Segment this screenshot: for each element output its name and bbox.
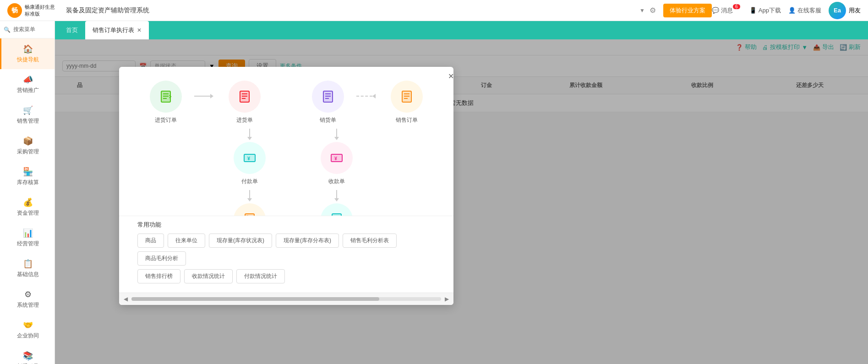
scroll-right-icon[interactable]: ▶ [445,296,449,302]
receipt-circle: ¥ [321,142,353,174]
search-icon: 🔍 [4,27,11,33]
flow-row-2: ¥ 付款单 [137,142,435,185]
flow-sales-order[interactable]: 销售订单 [378,81,435,124]
online-service-button[interactable]: 👤 在线客服 [788,6,821,15]
sidebar-item-sales[interactable]: 🛒 销售管理 [0,100,55,130]
logo-text: 畅康通好生意 标准版 [25,4,55,17]
purchase-receipt-label: 进货单 [236,116,253,124]
btn-payment-stats[interactable]: 付款情况统计 [236,269,285,283]
logo-area: 畅 畅康通好生意 标准版 [7,3,62,18]
btn-product[interactable]: 商品 [137,234,164,248]
btn-stock-status[interactable]: 现存量(库存状况表) [209,234,272,248]
flow-purchase-receipt[interactable]: 进货单 [216,81,273,124]
btn-receipt-stats[interactable]: 收款情况统计 [184,269,233,283]
vertical-arrows-row [137,129,435,140]
arrow-1 [194,94,216,111]
vertical-arrows-row-2 [137,190,435,201]
app-logo-icon: 畅 [7,3,22,18]
arrow-down-sales [307,129,366,140]
payment-circle: ¥ [234,142,266,174]
flow-payment[interactable]: ¥ 付款单 [220,142,279,185]
main-layout: 🔍 搜索菜单 🏠 快捷导航 📣 营销推广 🛒 销售管理 📦 采购管理 🏪 库存核… [0,21,868,364]
sidebar-item-inventory[interactable]: 🏪 库存核算 [0,161,55,192]
arrow-down-receipt [307,190,366,201]
sales-invoice-circle [312,81,344,113]
common-section: 常用功能 商品 往来单位 现存量(库存状况表) 现存量(库存分布表) 销售毛利分… [119,216,453,293]
user-avatar: Ea [829,2,846,19]
sales-order-label: 销售订单 [396,116,418,124]
btn-stock-dist[interactable]: 现存量(库存分布表) [276,234,339,248]
scroll-thumb [131,297,379,301]
sidebar-item-quick-nav[interactable]: 🏠 快捷导航 [0,38,55,69]
scroll-track[interactable] [131,297,441,301]
system-icon: ⚙ [24,289,32,299]
service-icon: 👤 [788,7,796,14]
enterprise-icon: 🤝 [23,320,33,330]
modal-box: 进货订单 [119,67,453,305]
content-area: 首页 销售订单执行表 ✕ ❓ 帮助 🖨 按模板打印 ▼ [55,21,868,364]
modal-close-button[interactable]: ✕ [445,71,456,81]
quick-nav-icon: 🏠 [23,44,33,54]
sidebar-item-system[interactable]: ⚙ 系统管理 [0,284,55,315]
page-content: ❓ 帮助 🖨 按模板打印 ▼ 📤 导出 🔄 刷新 [55,39,868,364]
flow-sales-invoice[interactable]: 销货单 [300,81,356,124]
arrow-down-purchase [220,129,279,140]
customer-ledger-circle [321,203,353,216]
purchase-order-label: 进货订单 [155,116,177,124]
app-download-button[interactable]: 📱 App下载 [749,6,781,15]
purchase-icon: 📦 [23,136,33,146]
btn-product-gross[interactable]: 商品毛利分析 [137,251,186,266]
system-settings-icon[interactable]: ⚙ [650,6,656,15]
experience-button[interactable]: 体验行业方案 [663,4,712,17]
common-buttons-row-1: 商品 往来单位 现存量(库存状况表) 现存量(库存分布表) 销售毛利分析表 商品… [137,234,435,266]
sales-order-circle [391,81,423,113]
sidebar-item-enterprise[interactable]: 🤝 企业协同 [0,315,55,345]
sidebar-item-purchase[interactable]: 📦 采购管理 [0,130,55,161]
common-title: 常用功能 [137,221,435,229]
btn-sales-gross[interactable]: 销售毛利分析表 [343,234,397,248]
marketing-icon: 📣 [23,75,33,85]
message-badge: 6 [733,4,740,9]
header-actions: 💬 消息 6 📱 App下载 👤 在线客服 Ea 用友 [712,2,861,19]
btn-counterparty[interactable]: 往来单位 [168,234,205,248]
user-avatar-area[interactable]: Ea 用友 [829,2,861,19]
tab-sales-order-exec[interactable]: 销售订单执行表 ✕ [85,21,149,39]
download-icon: 📱 [749,7,757,14]
finance-icon: 💰 [23,197,33,207]
payment-label: 付款单 [241,178,258,185]
modal-overlay: 进货订单 [55,39,868,364]
flow-receipt[interactable]: ¥ 收款单 [307,142,366,185]
sidebar-item-marketing[interactable]: 📣 营销推广 [0,69,55,100]
operations-icon: 📊 [23,228,33,238]
flow-row-3: 供应商账本 [137,203,435,216]
sidebar-item-operations[interactable]: 📊 经营管理 [0,223,55,253]
flow-supplier-ledger[interactable]: 供应商账本 [220,203,279,216]
purchase-order-circle [150,81,182,113]
tab-close-icon[interactable]: ✕ [137,27,142,33]
scroll-left-icon[interactable]: ◀ [124,296,128,302]
sales-invoice-label: 销货单 [320,116,336,124]
system-dropdown-icon[interactable]: ▼ [639,7,645,14]
common-buttons-row-2: 销售排行榜 收款情况统计 付款情况统计 [137,269,435,283]
sidebar-item-base-info[interactable]: 📋 基础信息 [0,253,55,284]
svg-text:¥: ¥ [247,156,251,161]
sidebar-item-beginner[interactable]: 📚 新手引导 [0,345,55,364]
message-button[interactable]: 💬 消息 6 [712,6,742,15]
sidebar-item-finance[interactable]: 💰 资金管理 [0,192,55,223]
top-header: 畅 畅康通好生意 标准版 装备及固定资产辅助管理系统 ▼ ⚙ 体验行业方案 💬 … [0,0,868,21]
sidebar-search[interactable]: 🔍 搜索菜单 [0,21,55,38]
tab-home[interactable]: 首页 [59,21,85,39]
inventory-icon: 🏪 [23,167,33,177]
arrow-down-payment [220,190,279,201]
beginner-icon: 📚 [23,351,33,361]
supplier-ledger-circle [234,203,266,216]
purchase-receipt-circle [229,81,261,113]
btn-sales-ranking[interactable]: 销售排行榜 [137,269,180,283]
receipt-label: 收款单 [328,178,345,185]
sales-icon: 🛒 [23,105,33,115]
flow-purchase-order[interactable]: 进货订单 [137,81,194,124]
flow-row-1: 进货订单 [137,81,435,124]
base-info-icon: 📋 [23,259,33,269]
flow-customer-ledger[interactable]: 客户账本 [307,203,366,216]
sidebar: 🔍 搜索菜单 🏠 快捷导航 📣 营销推广 🛒 销售管理 📦 采购管理 🏪 库存核… [0,21,55,364]
